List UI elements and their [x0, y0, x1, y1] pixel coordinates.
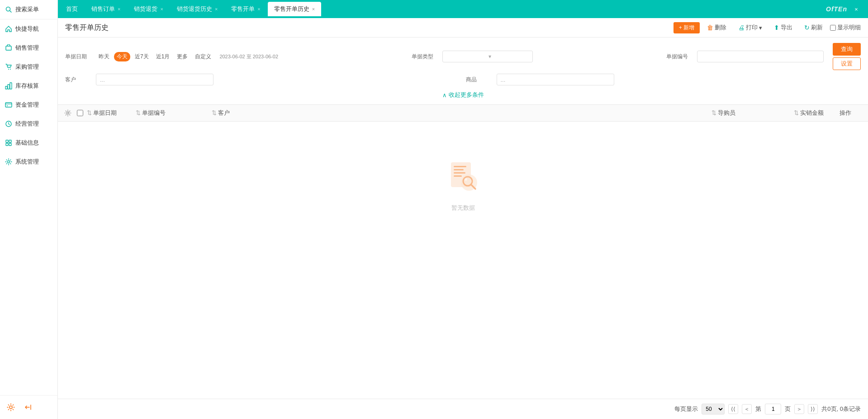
page-input[interactable] [765, 404, 781, 414]
svg-rect-13 [9, 143, 11, 146]
sidebar-item-inventory[interactable]: 库存核算 [0, 76, 57, 95]
query-button[interactable]: 查询 [833, 43, 861, 56]
first-page-button[interactable]: ⟨⟨ [728, 404, 738, 414]
purchase-icon [5, 63, 13, 71]
svg-line-1 [10, 11, 12, 13]
export-icon: ⬆ [774, 24, 779, 31]
date-btn-more[interactable]: 更多 [174, 52, 190, 61]
svg-rect-12 [6, 143, 8, 146]
set-button[interactable]: 设置 [833, 57, 861, 70]
print-button[interactable]: 🖨 打印 ▾ [734, 22, 767, 33]
delete-icon: 🗑 [707, 24, 713, 31]
tab-sales-return-history[interactable]: 销货退货历史 × [171, 2, 224, 16]
sidebar-item-purchase-mgmt[interactable]: 采购管理 [0, 57, 57, 76]
print-dropdown-arrow[interactable]: ▾ [759, 24, 762, 31]
settings-button[interactable] [5, 401, 17, 414]
column-settings-button[interactable] [62, 108, 73, 118]
col-customer: ⇅ 客户 [212, 109, 708, 117]
svg-rect-10 [6, 140, 8, 142]
table-area: ⇅ 单据日期 ⇅ 单据编号 ⇅ 客户 ⇅ 导购员 ⇅ 实销金额 操作 [58, 105, 868, 399]
prev-page-button[interactable]: ＜ [742, 404, 752, 414]
sort-icon[interactable]: ⇅ [212, 109, 217, 116]
page-size-label: 每页显示 [674, 405, 698, 413]
svg-rect-5 [5, 86, 7, 89]
tab-close-sales-return[interactable]: × [160, 6, 163, 12]
next-page-button[interactable]: ＞ [794, 404, 804, 414]
tab-close-sales-order[interactable]: × [118, 6, 120, 12]
jump-label: 第 [755, 405, 761, 413]
last-page-button[interactable]: ⟩⟩ [808, 404, 818, 414]
refresh-button[interactable]: ↻ 刷新 [800, 22, 827, 33]
export-button[interactable]: ⬆ 导出 [769, 22, 797, 33]
tab-sales-order[interactable]: 销售订单 × [85, 2, 127, 16]
select-all-checkbox[interactable] [77, 110, 83, 116]
date-btn-7days[interactable]: 近7天 [132, 52, 152, 61]
date-btn-1month[interactable]: 近1月 [153, 52, 173, 61]
sort-icon[interactable]: ⇅ [136, 109, 141, 116]
doc-type-label: 单据类型 [412, 53, 437, 61]
date-filter-label: 单据日期 [65, 53, 90, 61]
customer-label: 客户 [65, 76, 90, 84]
table-toolbar-row: ⇅ 单据日期 ⇅ 单据编号 ⇅ 客户 ⇅ 导购员 ⇅ 实销金额 操作 [58, 105, 868, 122]
sidebar-item-finance[interactable]: 资金管理 [0, 95, 57, 114]
date-range-text: 2023-06-02 至 2023-06-02 [219, 53, 278, 60]
sidebar-item-label: 采购管理 [15, 63, 39, 71]
sidebar-item-label: 资金管理 [15, 101, 39, 109]
sidebar-item-label: 库存核算 [15, 82, 39, 90]
doc-type-select[interactable]: ▾ [442, 51, 533, 62]
sales-icon [5, 44, 13, 52]
doc-no-input[interactable] [697, 51, 824, 62]
svg-point-15 [9, 406, 12, 409]
svg-point-14 [8, 161, 10, 163]
collapse-filter-btn[interactable]: ∧ 收起更多条件 [65, 89, 861, 101]
sidebar-search[interactable]: 搜索采单 [0, 0, 57, 19]
top-nav: 首页 销售订单 × 销货退货 × 销货退货历史 × 零售开单 × 零售开单历史 … [58, 0, 868, 18]
sort-icon[interactable]: ⇅ [794, 109, 799, 116]
sidebar-item-label: 快捷导航 [15, 25, 39, 33]
show-detail-checkbox[interactable] [830, 25, 836, 31]
sidebar-item-sys-mgmt[interactable]: 系统管理 [0, 152, 57, 171]
page-label: 页 [785, 405, 791, 413]
col-action: 操作 [827, 109, 863, 117]
sidebar: 搜索采单 快捷导航 销售管理 采购管理 [0, 0, 58, 419]
tab-home[interactable]: 首页 [60, 2, 84, 16]
delete-button[interactable]: 🗑 删除 [702, 22, 731, 33]
filter-area: 单据日期 昨天 今天 近7天 近1月 更多 自定义 2023-06-02 至 2… [58, 38, 868, 105]
sidebar-item-sales-mgmt[interactable]: 销售管理 [0, 38, 57, 57]
new-button[interactable]: + 新增 [674, 22, 700, 33]
tab-retail-open-history[interactable]: 零售开单历史 × [268, 2, 321, 16]
tab-close-sales-return-history[interactable]: × [215, 6, 218, 12]
svg-rect-20 [454, 172, 465, 174]
svg-rect-7 [10, 83, 12, 89]
svg-point-4 [10, 69, 11, 70]
filter-row-1: 单据日期 昨天 今天 近7天 近1月 更多 自定义 2023-06-02 至 2… [65, 43, 861, 70]
show-detail-checkbox-wrap[interactable]: 显示明细 [830, 24, 861, 32]
sidebar-item-basic-info[interactable]: 基础信息 [0, 133, 57, 152]
sidebar-item-operations[interactable]: 经营管理 [0, 114, 57, 133]
tab-close-retail-open-history[interactable]: × [312, 6, 315, 12]
tab-sales-return[interactable]: 销货退货 × [128, 2, 169, 16]
date-btn-yesterday[interactable]: 昨天 [96, 52, 112, 61]
svg-point-9 [7, 105, 8, 106]
tab-retail-open[interactable]: 零售开单 × [225, 2, 266, 16]
customer-input[interactable]: ... [96, 74, 213, 85]
svg-rect-19 [454, 169, 464, 170]
svg-rect-21 [454, 175, 462, 177]
tab-close-retail-open[interactable]: × [257, 6, 260, 12]
goods-input[interactable]: ... [497, 74, 614, 85]
ops-icon [5, 120, 13, 128]
page-size-select[interactable]: 20 50 100 200 [702, 404, 725, 414]
window-close-button[interactable]: × [851, 4, 862, 14]
toolbar: 零售开单历史 + 新增 🗑 删除 🖨 打印 ▾ ⬆ 导出 ↻ 刷新 显示明细 [58, 18, 868, 38]
refresh-icon: ↻ [804, 24, 810, 31]
date-btn-custom[interactable]: 自定义 [192, 52, 214, 61]
svg-rect-2 [6, 46, 11, 50]
empty-text: 暂无数据 [451, 204, 475, 212]
sidebar-collapse-button[interactable] [22, 401, 34, 414]
sort-icon[interactable]: ⇅ [711, 109, 716, 116]
sort-icon[interactable]: ⇅ [87, 109, 92, 116]
date-btn-today[interactable]: 今天 [114, 52, 130, 61]
sidebar-item-quick-nav[interactable]: 快捷导航 [0, 19, 57, 38]
svg-rect-18 [454, 166, 466, 167]
svg-point-3 [8, 69, 9, 70]
